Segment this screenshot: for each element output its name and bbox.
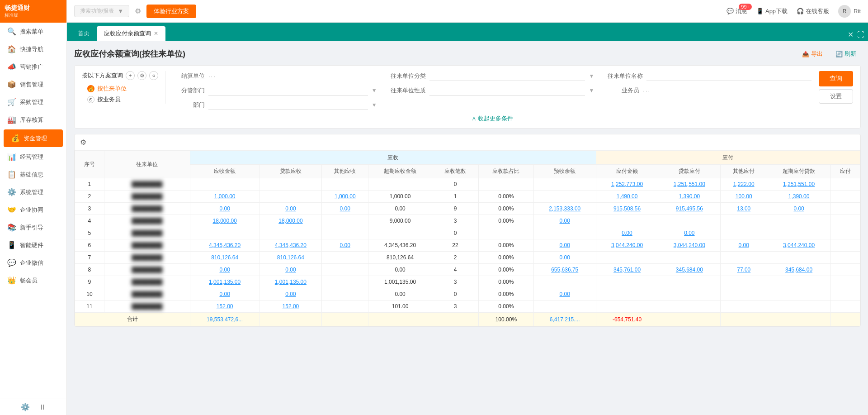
sidebar-item-guide[interactable]: 📚 新手引导: [0, 219, 66, 236]
table-cell[interactable]: [658, 252, 721, 264]
partner-name-input[interactable]: [646, 71, 811, 81]
sidebar-item-finance[interactable]: 💰 资金管理: [4, 129, 63, 147]
user-area[interactable]: R Rit: [838, 5, 861, 18]
table-cell[interactable]: [767, 276, 831, 288]
table-cell[interactable]: [721, 276, 767, 288]
sidebar-item-marketing[interactable]: 📣 营销推广: [0, 58, 66, 76]
table-cell[interactable]: 0.00: [190, 264, 259, 276]
table-cell[interactable]: 18,000.00: [190, 215, 259, 227]
table-cell[interactable]: [596, 252, 658, 264]
table-cell[interactable]: 0.00: [533, 239, 596, 252]
table-cell[interactable]: 0.00: [322, 203, 368, 215]
table-cell[interactable]: 1,001,135.00: [259, 276, 322, 288]
message-button[interactable]: 💬 消息 99+: [726, 7, 747, 15]
tab-close-all-icon[interactable]: ✕: [848, 30, 854, 39]
sidebar-item-management[interactable]: 📊 经营管理: [0, 148, 66, 166]
table-cell[interactable]: [533, 191, 596, 203]
table-cell[interactable]: 0.00: [533, 215, 596, 227]
table-cell[interactable]: [721, 252, 767, 264]
table-cell[interactable]: 3,044,240.00: [767, 239, 831, 252]
table-cell[interactable]: 77.00: [721, 264, 767, 276]
table-cell[interactable]: 915,508.56: [596, 203, 658, 215]
tab-fullscreen-icon[interactable]: ⛶: [857, 31, 864, 39]
partner-nature-input[interactable]: [429, 86, 585, 95]
sidebar-item-inventory[interactable]: 🏭 库存核算: [0, 111, 66, 129]
dept-input[interactable]: [208, 86, 368, 95]
set-button[interactable]: 设置: [819, 89, 853, 104]
sidebar-item-search[interactable]: 🔍 搜索菜单: [0, 23, 66, 40]
table-cell[interactable]: [190, 178, 259, 191]
sidebar-item-wechat[interactable]: 💬 企业微信: [0, 254, 66, 272]
table-cell[interactable]: [322, 264, 368, 276]
trial-button[interactable]: 体验行业方案: [146, 5, 196, 18]
table-cell[interactable]: [658, 276, 721, 288]
table-cell[interactable]: 345,684.00: [658, 264, 721, 276]
table-cell[interactable]: 4,345,436.20: [259, 239, 322, 252]
table-cell[interactable]: 1,390.00: [658, 191, 721, 203]
table-cell[interactable]: 0.00: [190, 203, 259, 215]
table-cell[interactable]: [259, 227, 322, 239]
topbar-search-area[interactable]: 搜索功能/报表 ▼: [74, 5, 129, 17]
table-cell[interactable]: 655,636.75: [533, 264, 596, 276]
query-button[interactable]: 查询: [819, 71, 853, 86]
collapse-scheme-button[interactable]: «: [149, 71, 158, 80]
table-cell[interactable]: [596, 215, 658, 227]
table-cell[interactable]: [721, 215, 767, 227]
add-scheme-button[interactable]: +: [126, 71, 135, 80]
export-button[interactable]: 📤 导出: [797, 48, 827, 60]
table-cell[interactable]: [259, 178, 322, 191]
table-cell[interactable]: [767, 215, 831, 227]
table-cell[interactable]: [596, 301, 658, 313]
collapse-footer-icon[interactable]: ⏸: [39, 403, 46, 411]
table-cell[interactable]: 0.00: [259, 264, 322, 276]
sidebar-item-system[interactable]: ⚙️ 系统管理: [0, 183, 66, 201]
total-ys-amount[interactable]: 19,553,472,6...: [190, 313, 259, 326]
tab-query[interactable]: 应收应付余额查询 ✕: [97, 26, 165, 41]
table-cell[interactable]: 0.00: [533, 252, 596, 264]
tab-close-icon[interactable]: ✕: [154, 30, 158, 37]
table-cell[interactable]: [721, 288, 767, 301]
table-cell[interactable]: 4,345,436.20: [190, 239, 259, 252]
sidebar-item-nav[interactable]: 🏠 快捷导航: [0, 40, 66, 58]
table-cell[interactable]: 1,251,551.00: [767, 178, 831, 191]
sidebar-item-hardware[interactable]: 📱 智能硬件: [0, 236, 66, 254]
table-cell[interactable]: 100.00: [721, 191, 767, 203]
table-cell[interactable]: [596, 288, 658, 301]
table-cell[interactable]: [767, 288, 831, 301]
table-cell[interactable]: [322, 288, 368, 301]
sidebar-item-collab[interactable]: 🤝 企业协同: [0, 201, 66, 219]
table-cell[interactable]: 810,126.64: [259, 252, 322, 264]
table-cell[interactable]: 3,044,240.00: [596, 239, 658, 252]
table-cell[interactable]: 0.00: [322, 239, 368, 252]
table-cell[interactable]: [322, 227, 368, 239]
section-dept-input[interactable]: [208, 100, 368, 110]
table-cell[interactable]: 1,252,773.00: [596, 178, 658, 191]
partner-category-input[interactable]: [429, 71, 585, 81]
table-cell[interactable]: [658, 288, 721, 301]
sidebar-item-purchase[interactable]: 🛒 采购管理: [0, 93, 66, 111]
table-cell[interactable]: [190, 227, 259, 239]
table-cell[interactable]: 152.00: [190, 301, 259, 313]
sidebar-item-sales[interactable]: 📦 销售管理: [0, 76, 66, 93]
table-cell[interactable]: 2,153,333.00: [533, 203, 596, 215]
table-cell[interactable]: [596, 276, 658, 288]
table-cell[interactable]: 1,000.00: [322, 191, 368, 203]
table-cell[interactable]: 0.00: [259, 203, 322, 215]
table-cell[interactable]: [533, 227, 596, 239]
table-settings-icon[interactable]: ⚙: [80, 138, 86, 147]
table-cell[interactable]: 345,684.00: [767, 264, 831, 276]
table-cell[interactable]: [658, 301, 721, 313]
table-cell[interactable]: 1,001,135.00: [190, 276, 259, 288]
tab-home[interactable]: 首页: [71, 26, 97, 41]
topbar-dropdown-icon[interactable]: ▼: [118, 8, 123, 14]
table-cell[interactable]: [533, 276, 596, 288]
table-cell[interactable]: 1,390.00: [767, 191, 831, 203]
table-cell[interactable]: 13.00: [721, 203, 767, 215]
table-cell[interactable]: 1,251,551.00: [658, 178, 721, 191]
table-cell[interactable]: 18,000.00: [259, 215, 322, 227]
table-cell[interactable]: 152.00: [259, 301, 322, 313]
table-cell[interactable]: [721, 301, 767, 313]
table-cell[interactable]: [533, 301, 596, 313]
settings-footer-icon[interactable]: ⚙️: [21, 403, 30, 411]
total-ys-prepay[interactable]: 6,417,215....: [533, 313, 596, 326]
